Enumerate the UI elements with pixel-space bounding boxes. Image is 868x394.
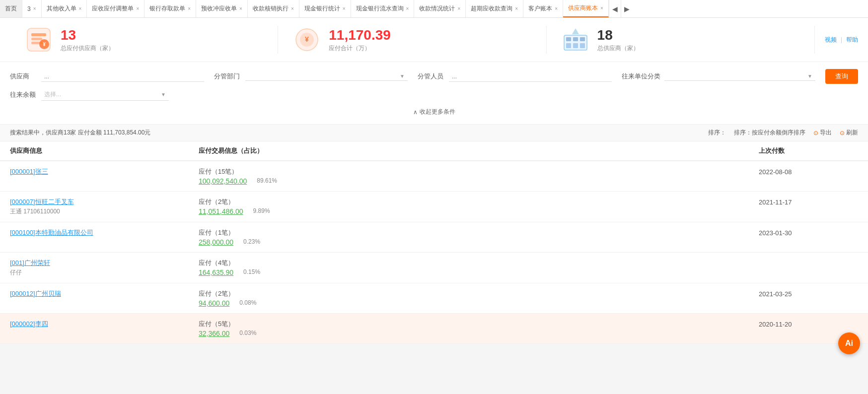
supplier-sub: 王通 17106110000: [10, 207, 199, 216]
dept-select[interactable]: ▼: [245, 72, 408, 81]
close-icon[interactable]: ×: [33, 6, 36, 11]
close-icon[interactable]: ×: [343, 6, 346, 11]
close-icon[interactable]: ×: [136, 6, 139, 11]
person-input[interactable]: [449, 71, 612, 82]
filter-person: 分管人员: [418, 71, 612, 82]
nav-tab-collection[interactable]: 收款核销执行 ×: [248, 0, 299, 17]
result-info: 搜索结果中，供应商13家 应付金额 111,703,854.00元: [10, 129, 150, 137]
transaction-row: 94,600.00 0.08%: [199, 298, 759, 307]
transaction-amount[interactable]: 32,366.00: [199, 329, 229, 337]
summary-card-payable-total: ¥ 11,170.39 应付合计（万）: [278, 26, 546, 54]
supplier-info-col: [001]广州荣轩 仔仔: [10, 259, 199, 277]
result-actions: 排序： 排序：按应付余额倒序排序 ⊙ 导出 ⊙ 刷新: [708, 129, 858, 137]
supplier-link[interactable]: [000100]本特勤油品有限公司: [10, 228, 199, 237]
transaction-percent: 89.61%: [257, 177, 277, 184]
search-button[interactable]: 查询: [825, 69, 858, 84]
table-row: [000012]广州贝瑞 应付（2笔） 94,600.00 0.08% 2021…: [0, 283, 868, 314]
svg-rect-12: [580, 37, 585, 41]
nav-scroll-right[interactable]: ▶: [621, 0, 633, 17]
nav-tab-other-income-label: 其他收入单: [47, 4, 76, 13]
close-icon[interactable]: ×: [600, 5, 603, 11]
transaction-amount[interactable]: 100,092,540.00: [199, 177, 247, 185]
summary-payable-suppliers-content: 13 总应付供应商（家）: [61, 27, 114, 53]
ai-label: Ai: [845, 339, 853, 344]
nav-tab-cash-stats[interactable]: 现金银行统计 ×: [299, 0, 351, 17]
summary-payable-total-content: 11,170.39 应付合计（万）: [329, 27, 391, 53]
nav-tab-supplier-account-label: 供应商账本: [568, 4, 598, 12]
svg-rect-1: [31, 33, 46, 36]
refresh-button[interactable]: ⊙ 刷新: [840, 129, 858, 137]
transaction-row: 32,366.00 0.03%: [199, 328, 759, 337]
summary-card-payable-suppliers: ¥ 13 总应付供应商（家）: [10, 26, 278, 54]
close-icon[interactable]: ×: [457, 6, 460, 11]
close-icon[interactable]: ×: [406, 6, 409, 11]
transaction-label: 应付（15笔）: [199, 167, 759, 176]
transaction-col: 应付（1笔） 258,000.00 0.23%: [199, 228, 759, 246]
supplier-link[interactable]: [000001]张三: [10, 167, 199, 176]
balance-select[interactable]: 选择... ▼: [41, 89, 169, 101]
result-bar: 搜索结果中，供应商13家 应付金额 111,703,854.00元 排序： 排序…: [0, 125, 868, 141]
nav-tab-adjustment[interactable]: 应收应付调整单 ×: [87, 0, 145, 17]
close-icon[interactable]: ×: [79, 6, 82, 11]
nav-tab-collection-label: 收款核销执行: [253, 4, 289, 13]
payable-suppliers-icon: ¥: [25, 26, 53, 54]
last-pay-col: 2021-11-17: [759, 197, 858, 206]
last-pay-col: 2020-11-20: [759, 320, 858, 328]
supplier-input[interactable]: [41, 71, 204, 82]
category-select[interactable]: ▼: [664, 72, 816, 81]
sort-option[interactable]: 排序：按应付余额倒序排序: [734, 129, 805, 137]
chevron-up-icon: ∧: [413, 109, 418, 116]
nav-tab-home-label: 首页: [5, 4, 17, 13]
nav-tab-prepay[interactable]: 预收冲应收单 ×: [196, 0, 248, 17]
transaction-col: 应付（4笔） 164,635.90 0.15%: [199, 259, 759, 276]
nav-scroll-left[interactable]: ◀: [609, 0, 621, 17]
close-icon[interactable]: ×: [239, 6, 242, 11]
total-suppliers-number: 18: [597, 27, 639, 44]
table-row: [000100]本特勤油品有限公司 应付（1笔） 258,000.00 0.23…: [0, 222, 868, 253]
supplier-link[interactable]: [000007]恒旺二手叉车: [10, 197, 199, 206]
nav-tab-overdue[interactable]: 超期应收款查询 ×: [466, 0, 523, 17]
export-label: 导出: [820, 129, 832, 137]
nav-tab-cash-stats-label: 现金银行统计: [304, 4, 340, 13]
nav-tab-3[interactable]: 3 ×: [22, 0, 42, 17]
top-right-links: 视频 | 帮助: [815, 36, 858, 44]
filter-area: 供应商 分管部门 ▼ 分管人员 往来单位分类 ▼ 查询 往来余额 选择: [0, 62, 868, 125]
transaction-percent: 9.89%: [253, 207, 270, 214]
payable-total-number: 11,170.39: [329, 27, 391, 44]
nav-tab-customer-account[interactable]: 客户账本 ×: [523, 0, 563, 17]
collapse-button[interactable]: ∧ 收起更多条件: [10, 106, 858, 120]
close-icon[interactable]: ×: [515, 6, 518, 11]
svg-rect-15: [580, 43, 585, 48]
supplier-sub: 仔仔: [10, 268, 199, 277]
nav-tab-home[interactable]: 首页: [0, 0, 22, 17]
supplier-info-col: [000007]恒旺二手叉车 王通 17106110000: [10, 197, 199, 216]
transaction-percent: 0.08%: [239, 299, 256, 306]
nav-tab-cash-flow[interactable]: 现金银行流水查询 ×: [351, 0, 415, 17]
summary-bar: ¥ 13 总应付供应商（家） ¥ 11,170.39 应付合计（万）: [0, 18, 868, 62]
nav-tab-collection-stats[interactable]: 收款情况统计 ×: [414, 0, 466, 17]
supplier-link[interactable]: [001]广州荣轩: [10, 259, 199, 267]
supplier-link[interactable]: [000002]李四: [10, 320, 199, 328]
filter-balance: 往来余额 选择... ▼: [10, 89, 169, 101]
supplier-info-col: [000001]张三: [10, 167, 199, 176]
supplier-info-col: [000012]广州贝瑞: [10, 289, 199, 298]
export-button[interactable]: ⊙ 导出: [813, 129, 832, 137]
transaction-amount[interactable]: 258,000.00: [199, 238, 233, 246]
close-icon[interactable]: ×: [188, 6, 191, 11]
nav-tab-supplier-account[interactable]: 供应商账本 ×: [563, 0, 609, 17]
video-link[interactable]: 视频: [825, 36, 837, 44]
transaction-amount[interactable]: 94,600.00: [199, 299, 229, 307]
svg-rect-13: [566, 43, 571, 48]
svg-rect-2: [31, 38, 42, 40]
close-icon[interactable]: ×: [555, 6, 558, 11]
supplier-label: 供应商: [10, 72, 37, 81]
transaction-amount[interactable]: 11,051,486.00: [199, 207, 243, 215]
nav-tab-customer-account-label: 客户账本: [528, 4, 552, 13]
transaction-amount[interactable]: 164,635.90: [199, 268, 233, 276]
close-icon[interactable]: ×: [291, 6, 294, 11]
help-link[interactable]: 帮助: [846, 36, 858, 44]
nav-tab-other-income[interactable]: 其他收入单 ×: [42, 0, 87, 17]
nav-tab-bank[interactable]: 银行存取款单 ×: [145, 0, 196, 17]
header-transaction: 应付交易信息（占比）: [199, 146, 759, 155]
supplier-link[interactable]: [000012]广州贝瑞: [10, 289, 199, 298]
